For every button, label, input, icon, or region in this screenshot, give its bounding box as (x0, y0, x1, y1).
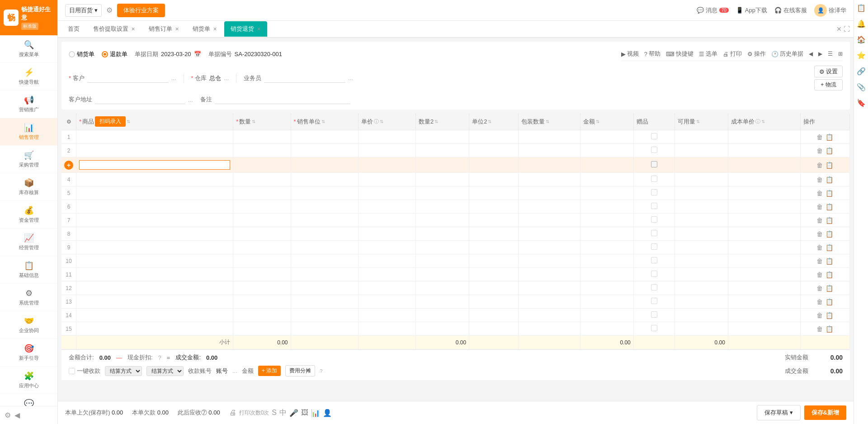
qty-sort[interactable]: ⇅ (252, 119, 255, 124)
sidebar-item-wechat[interactable]: 💬 企业微信 (0, 394, 57, 406)
topbar-settings-icon[interactable]: ⚙ (106, 6, 113, 14)
copy-btn-14[interactable]: 📋 (826, 312, 833, 319)
tab-close-sales-order[interactable]: ✕ (175, 26, 179, 32)
tool-s-icon[interactable]: S (272, 409, 277, 417)
copy-btn-4[interactable]: 📋 (826, 176, 833, 183)
right-tool-7[interactable]: 🔖 (857, 99, 866, 107)
qty2-sort[interactable]: ⇅ (434, 119, 438, 124)
gift-checkbox-1[interactable] (651, 133, 657, 139)
industry-dropdown[interactable]: 日用百货 ▾ (65, 4, 102, 17)
settings-btn[interactable]: ⚙ 设置 (814, 66, 843, 77)
tool-img-icon[interactable]: 🖼 (301, 409, 308, 417)
product-cell-2[interactable] (76, 144, 233, 157)
right-tool-1[interactable]: 📋 (857, 4, 866, 12)
print-btn[interactable]: 🖨 打印 (723, 50, 742, 58)
tool-text-icon[interactable]: 中 (279, 408, 287, 418)
product-cell-13[interactable] (76, 295, 233, 309)
copy-btn-8[interactable]: 📋 (826, 230, 833, 238)
discount-info[interactable]: ? (158, 354, 161, 361)
product-cell-12[interactable] (76, 281, 233, 295)
gift-checkbox-8[interactable] (651, 230, 657, 236)
delete-btn-2[interactable]: 🗑 (816, 147, 823, 154)
gift-checkbox-15[interactable] (651, 325, 657, 331)
gift-checkbox-7[interactable] (651, 216, 657, 223)
avail-sort[interactable]: ⇅ (696, 119, 700, 124)
product-cell-14[interactable] (76, 309, 233, 322)
product-cell-6[interactable] (76, 200, 233, 214)
copy-btn-10[interactable]: 📋 (826, 257, 833, 265)
product-sort[interactable]: ⇅ (127, 119, 130, 124)
message-btn[interactable]: 💬 消息 70 (697, 6, 729, 14)
product-cell-9[interactable] (76, 241, 233, 254)
account-dots[interactable]: ... (232, 367, 237, 374)
tool-person-icon[interactable]: 👤 (323, 409, 332, 417)
app-download-btn[interactable]: 📱 App下载 (736, 6, 767, 14)
copy-btn-13[interactable]: 📋 (826, 298, 833, 305)
product-cell-4[interactable] (76, 173, 233, 186)
tab-price-settings[interactable]: 售价提取设置✕ (87, 21, 142, 37)
tab-close-sales-delivery[interactable]: ✕ (213, 26, 217, 32)
history-btn[interactable]: 🕐 历史单据 (771, 50, 803, 58)
settle-method-select[interactable]: 结算方式 (105, 366, 142, 376)
sidebar-item-system[interactable]: ⚙ 系统管理 (0, 284, 57, 311)
warehouse-dots[interactable]: ... (224, 75, 229, 81)
product-cell-7[interactable] (76, 214, 233, 227)
salesperson-input[interactable] (264, 74, 345, 83)
next-record-btn[interactable]: ▶ (818, 51, 822, 57)
select-btn[interactable]: ☰ 选单 (699, 50, 717, 58)
right-tool-3[interactable]: 🏠 (857, 35, 866, 44)
gift-checkbox-9[interactable] (651, 243, 657, 250)
split-btn[interactable]: 费用分摊 (285, 365, 315, 376)
add-fee-btn[interactable]: + 添加 (258, 366, 281, 376)
calc-method-select[interactable]: 结算方式 (146, 366, 184, 376)
note-input[interactable] (215, 95, 350, 104)
delete-btn-13[interactable]: 🗑 (816, 298, 823, 305)
scan-btn[interactable]: 扫码录入 (95, 116, 126, 127)
copy-btn-11[interactable]: 📋 (826, 271, 833, 278)
delete-btn-8[interactable]: 🗑 (816, 230, 823, 238)
delete-btn-3[interactable]: 🗑 (816, 162, 823, 169)
sidebar-item-basic[interactable]: 📋 基础信息 (0, 256, 57, 284)
price-sort[interactable]: ⇅ (380, 119, 383, 124)
experience-btn[interactable]: 体验行业方案 (117, 4, 165, 17)
copy-btn-3[interactable]: 📋 (826, 162, 833, 169)
tab-home[interactable]: 首页 (61, 21, 86, 37)
right-tool-6[interactable]: 📎 (857, 83, 866, 91)
tab-close-price-settings[interactable]: ✕ (131, 26, 135, 32)
settings-icon[interactable]: ⚙ (5, 411, 11, 419)
sidebar-item-shortcut[interactable]: ⚡ 快捷导航 (0, 63, 57, 91)
list-view-btn[interactable]: ☰ (828, 51, 833, 57)
delete-btn-6[interactable]: 🗑 (816, 203, 823, 210)
logistics-btn[interactable]: + 物流 (814, 79, 843, 91)
operate-btn[interactable]: ⚙ 操作 (747, 50, 766, 58)
gift-checkbox-13[interactable] (651, 298, 657, 304)
online-service-btn[interactable]: 🎧 在线客服 (774, 6, 807, 14)
address-dots[interactable]: ... (188, 96, 193, 103)
customer-dots[interactable]: ... (171, 75, 176, 81)
amount-sort[interactable]: ⇅ (596, 119, 599, 124)
tab-sales-order[interactable]: 销售订单✕ (142, 21, 185, 37)
col-settings[interactable]: ⚙ (61, 113, 76, 130)
gift-checkbox-12[interactable] (651, 284, 657, 291)
delete-btn-10[interactable]: 🗑 (816, 257, 823, 265)
product-cell-1[interactable] (76, 130, 233, 144)
unit2-sort[interactable]: ⇅ (488, 119, 491, 124)
copy-btn-9[interactable]: 📋 (826, 244, 833, 251)
gift-checkbox-6[interactable] (651, 203, 657, 209)
minus-btn[interactable]: — (116, 354, 122, 361)
delete-btn-5[interactable]: 🗑 (816, 190, 823, 197)
delete-btn-9[interactable]: 🗑 (816, 244, 823, 251)
close-tab-icon[interactable]: ✕ (836, 25, 842, 33)
sidebar-item-finance[interactable]: 💰 资金管理 (0, 201, 57, 229)
gift-checkbox-11[interactable] (651, 271, 657, 277)
add-row-btn[interactable]: + (64, 161, 73, 170)
unit-sort[interactable]: ⇅ (321, 119, 325, 124)
product-cell-8[interactable] (76, 227, 233, 241)
tool-table-icon[interactable]: 📊 (311, 409, 320, 417)
fullscreen-icon[interactable]: ⛶ (844, 25, 850, 33)
product-cell-11[interactable] (76, 268, 233, 281)
sidebar-item-marketing[interactable]: 📢 营销推广 (0, 91, 57, 118)
save-draft-btn[interactable]: 保存草稿 ▾ (757, 405, 801, 420)
detail-view-btn[interactable]: ⊞ (838, 51, 843, 57)
radio-return[interactable]: 退款单 (102, 50, 127, 58)
